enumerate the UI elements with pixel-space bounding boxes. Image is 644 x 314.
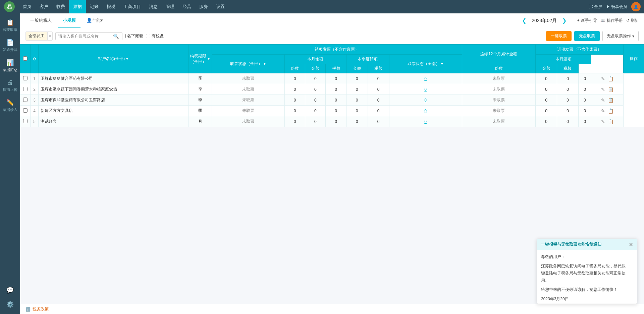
tab-general-taxpayer[interactable]: 一般纳税人 <box>25 13 57 28</box>
logo[interactable]: 易 <box>3 1 15 13</box>
table-header-group-row: ⚙ 客户名称(全部) ▼ 纳税期限（全部） ▼ <box>20 45 644 55</box>
row-jin-jin-4: 0 <box>557 116 579 127</box>
new-guide-btn[interactable]: ✦ ✦ 新手引导新手引导 <box>577 18 597 23</box>
row-xiao-ji-shui-4: 0 <box>368 116 389 127</box>
nav-item-service[interactable]: 服务 <box>195 0 212 13</box>
detail-icon-3[interactable]: 📋 <box>608 108 613 114</box>
no-disk-take-btn[interactable]: 无盘取票 <box>574 31 600 41</box>
tab-all[interactable]: 👤 全能 ▾ <box>82 13 108 28</box>
sidebar-item-settings-bottom[interactable]: ⚙️ <box>5 298 15 311</box>
row-checkbox-3[interactable] <box>20 106 31 116</box>
row-xiao-shui-1: 0 <box>326 84 346 95</box>
nav-item-business[interactable]: 工商项目 <box>119 0 145 13</box>
edit-icon-1[interactable]: ✎ <box>601 87 605 92</box>
nav-item-customer[interactable]: 客户 <box>36 0 52 13</box>
invoice-issue-icon: 📄 <box>6 39 14 46</box>
row-xiao-ji-shui-2: 0 <box>368 95 389 106</box>
tax-policy-link[interactable]: 税务政策 <box>33 306 49 312</box>
sidebar-item-invoice-issue[interactable]: 📄 发票开具 <box>0 36 20 55</box>
all-tab-chevron: ▾ <box>101 18 103 23</box>
sidebar-item-chat[interactable]: 💬 <box>5 284 15 297</box>
row-xiao-status-3: 未取票 <box>212 106 285 116</box>
jin-status-filter-icon[interactable]: ▼ <box>440 62 444 66</box>
select-all-checkbox[interactable] <box>23 56 28 61</box>
th-jin-month-tax: 税额 <box>557 64 579 73</box>
info-icon: ℹ️ <box>25 307 31 312</box>
row-checkbox-4[interactable] <box>20 116 31 127</box>
row-jin-fen-0: 0 <box>536 73 557 84</box>
nav-item-home[interactable]: 首页 <box>19 0 36 13</box>
row-xiao-fen-0: 0 <box>285 73 305 84</box>
detail-icon-1[interactable]: 📋 <box>608 87 613 92</box>
xiao-status-filter-icon[interactable]: ▼ <box>263 62 266 66</box>
edit-icon-2[interactable]: ✎ <box>601 98 605 103</box>
row-xiao-ji-jin-4: 0 <box>346 116 368 127</box>
row-xiao-status-1: 未取票 <box>212 84 285 95</box>
row-xiao-12-2: 0 <box>389 95 462 106</box>
nav-item-bookkeeping[interactable]: 记账 <box>86 0 103 13</box>
checkbox-my-accounts[interactable]: 名下账套 <box>121 33 143 39</box>
month-prev-btn[interactable]: ❮ <box>520 17 528 24</box>
dropdown-chevron-icon: ▾ <box>632 34 634 39</box>
notification-header: 一键报税与无盘取票功能恢复通知 ✕ <box>537 239 637 250</box>
sidebar-item-scan-upload[interactable]: 🖨 扫描上传 <box>0 76 20 95</box>
sub-tabs: 一般纳税人 小规模 👤 全能 ▾ ❮ 2023年02月 ❯ ✦ ✦ 新手引导新手… <box>20 13 644 28</box>
top-nav-right: ⛶ 全屏 ▶ 畅享会员 👤 <box>589 2 641 11</box>
refresh-btn[interactable]: ↺ 刷新 <box>626 18 639 23</box>
row-checkbox-0[interactable] <box>20 73 31 84</box>
edit-icon-3[interactable]: ✎ <box>601 108 605 114</box>
edit-icon-0[interactable]: ✎ <box>601 76 605 81</box>
user-avatar[interactable]: 👤 <box>631 2 641 11</box>
row-checkbox-2[interactable] <box>20 95 31 106</box>
scan-upload-icon: 🖨 <box>7 79 13 86</box>
row-jin-fen-3: 0 <box>536 106 557 116</box>
nav-item-settings[interactable]: 设置 <box>212 0 229 13</box>
detail-icon-2[interactable]: 📋 <box>608 98 613 103</box>
th-jin-month: 本月进项 <box>536 55 591 64</box>
detail-icon-0[interactable]: 📋 <box>608 76 613 81</box>
row-period-2: 季 <box>189 95 212 106</box>
checkbox-taxdisk-input[interactable] <box>146 34 150 38</box>
nav-item-ticket[interactable]: 票据 <box>69 0 86 13</box>
period-filter-icon[interactable]: ▼ <box>207 57 210 61</box>
sidebar-item-ticket-summary[interactable]: 📊 票据汇总 <box>0 56 20 75</box>
member-btn[interactable]: ▶ 畅享会员 <box>606 4 627 10</box>
chat-icon: 💬 <box>6 287 14 294</box>
row-name-1: 卫辉市汲水镇下园闻香阁营木种植家庭农场 <box>39 84 189 95</box>
search-button[interactable]: 🔍 <box>113 34 119 39</box>
notification-close-btn[interactable]: ✕ <box>629 242 633 247</box>
row-xiao-fen-3: 0 <box>285 106 305 116</box>
row-jin-shui-4: 0 <box>578 116 591 127</box>
sidebar-item-ticket-entry[interactable]: ✏️ 票据录入 <box>0 96 20 115</box>
row-xiao-ji-jin-3: 0 <box>346 106 368 116</box>
search-input[interactable] <box>55 32 122 40</box>
nav-item-operation[interactable]: 经营 <box>178 0 195 13</box>
notification-panel: 一键报税与无盘取票功能恢复通知 ✕ 尊敬的用户： 江苏政务网已恢复访问电子税务局… <box>537 239 637 304</box>
settings-icon[interactable]: ⚙ <box>33 57 36 61</box>
row-xiao-ji-jin-1: 0 <box>346 84 368 95</box>
th-checkbox <box>20 45 31 73</box>
sidebar-item-smart-ticket[interactable]: 📋 智能取票 <box>0 16 20 35</box>
table-row: 2 卫辉市汲水镇下园闻香阁营木种植家庭农场 季 未取票 0 0 0 0 0 0 … <box>20 84 644 95</box>
nav-item-message[interactable]: 消息 <box>145 0 162 13</box>
month-next-btn[interactable]: ❯ <box>560 17 569 24</box>
row-jin-status-2: 未取票 <box>462 95 536 106</box>
one-key-take-btn[interactable]: 一键取票 <box>546 31 572 41</box>
row-period-4: 月 <box>189 116 212 127</box>
tab-small-scale[interactable]: 小规模 <box>58 13 80 28</box>
edit-icon-4[interactable]: ✎ <box>601 119 605 124</box>
manual-btn[interactable]: 📖 操作手册 <box>600 18 623 23</box>
row-checkbox-1[interactable] <box>20 84 31 95</box>
no-disk-ops-btn[interactable]: 无盘取票操作 ▾ <box>602 31 639 41</box>
th-xiao-quarter-amount: 金额 <box>346 64 368 73</box>
row-xiao-12-1: 0 <box>389 84 462 95</box>
nav-item-management[interactable]: 管理 <box>162 0 178 13</box>
customer-filter-icon[interactable]: ▼ <box>125 57 129 61</box>
top-nav: 易 首页 客户 收费 票据 记账 报税 工商项目 消息 管理 经营 <box>0 0 644 13</box>
checkbox-has-taxdisk[interactable]: 有税盘 <box>146 33 164 39</box>
row-num-0: 1 <box>31 73 39 84</box>
detail-icon-4[interactable]: 📋 <box>608 119 613 124</box>
nav-item-tax[interactable]: 报税 <box>103 0 119 13</box>
nav-item-fee[interactable]: 收费 <box>52 0 69 13</box>
fullscreen-btn[interactable]: ⛶ 全屏 <box>589 4 602 10</box>
